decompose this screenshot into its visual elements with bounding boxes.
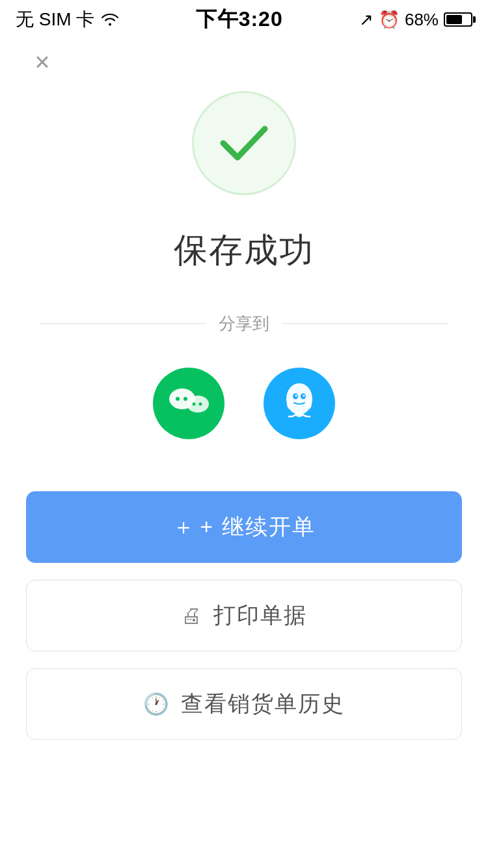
continue-plus-icon: ＋: [172, 512, 196, 542]
printer-icon: 🖨: [181, 604, 203, 628]
history-button[interactable]: 🕐 查看销货单历史: [26, 668, 462, 740]
location-icon: ↗: [359, 10, 373, 30]
history-label: 查看销货单历史: [181, 689, 345, 719]
svg-point-11: [295, 395, 297, 397]
print-button[interactable]: 🖨 打印单据: [26, 580, 462, 651]
share-label: 分享到: [219, 312, 269, 335]
divider-left: [39, 323, 206, 324]
share-icons-container: [39, 368, 449, 439]
status-time: 下午3:20: [196, 5, 283, 34]
battery-icon: [444, 12, 472, 27]
svg-point-5: [198, 402, 202, 405]
status-bar: 无 SIM 卡 下午3:20 ↗ ⏰ 68%: [0, 0, 488, 39]
status-carrier: 无 SIM 卡: [16, 7, 119, 32]
svg-point-7: [287, 399, 293, 409]
close-icon: ×: [34, 49, 49, 75]
success-circle: [192, 91, 296, 195]
svg-point-3: [183, 397, 187, 401]
wechat-icon: [168, 386, 210, 422]
carrier-text: 无 SIM 卡: [16, 7, 94, 32]
qq-share-button[interactable]: [264, 368, 335, 439]
close-button[interactable]: ×: [26, 46, 59, 78]
main-content: 保存成功 分享到: [0, 39, 488, 740]
continue-button[interactable]: ＋ + 继续开单: [26, 491, 462, 563]
action-buttons: ＋ + 继续开单 🖨 打印单据 🕐 查看销货单历史: [0, 491, 488, 740]
svg-point-12: [303, 395, 305, 397]
divider-right: [282, 323, 449, 324]
wechat-share-button[interactable]: [153, 368, 224, 439]
share-section: 分享到: [0, 312, 488, 439]
status-right-icons: ↗ ⏰ 68%: [359, 10, 472, 30]
clock-icon: 🕐: [143, 692, 170, 716]
svg-point-13: [295, 412, 303, 417]
svg-point-1: [187, 396, 209, 413]
qq-icon: [280, 381, 319, 426]
svg-point-4: [192, 402, 195, 405]
share-divider: 分享到: [39, 312, 449, 335]
wifi-icon: [101, 12, 119, 27]
alarm-icon: ⏰: [379, 10, 400, 30]
svg-point-8: [305, 399, 312, 409]
success-title: 保存成功: [174, 228, 314, 273]
checkmark-icon: [218, 124, 270, 163]
print-label: 打印单据: [213, 601, 307, 631]
svg-point-2: [176, 397, 180, 401]
battery-percent: 68%: [405, 10, 439, 30]
continue-label: + 继续开单: [200, 512, 315, 542]
